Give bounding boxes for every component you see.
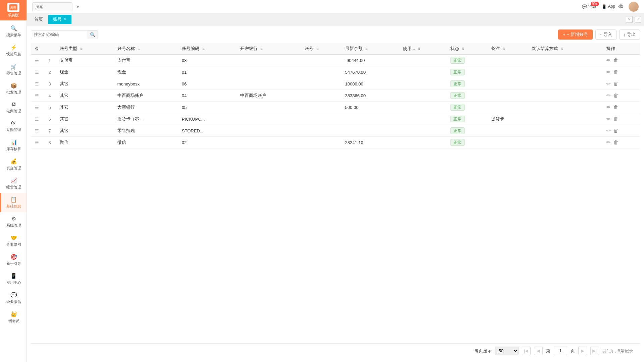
sidebar-item-retail-mgmt[interactable]: 🛒 零售管理: [0, 60, 26, 79]
edit-icon-1[interactable]: ✏: [606, 69, 611, 75]
page-suffix: 页: [571, 348, 575, 354]
account-search-button[interactable]: 🔍: [87, 31, 98, 39]
delete-icon-6[interactable]: 🗑: [613, 128, 619, 134]
next-page-button[interactable]: ▶: [578, 347, 587, 355]
col-account-no[interactable]: 账号 ⇅: [301, 43, 342, 55]
col-gear[interactable]: ⚙: [31, 43, 43, 55]
col-status[interactable]: 状态 ⇅: [447, 43, 488, 55]
header-right: 💬 消息 99+ 📱 App下载: [582, 2, 639, 12]
row-usage-4: [399, 102, 447, 113]
row-account-code-2: 06: [178, 78, 237, 90]
toolbar-right: + + 新增账号 ↑ 导入 ↓ 导出: [558, 29, 640, 40]
row-open-bank-3: 中百商场账户: [237, 90, 301, 102]
window-close-btn[interactable]: ✕: [626, 16, 633, 23]
delete-icon-0[interactable]: 🗑: [613, 57, 619, 63]
delete-icon-3[interactable]: 🗑: [613, 93, 619, 99]
window-maximize-btn[interactable]: ⤢: [635, 16, 641, 23]
sidebar-item-member[interactable]: 👑 畅会员: [0, 308, 26, 327]
row-action-4: ✏ 🗑: [603, 102, 640, 113]
row-usage-5: [399, 113, 447, 125]
col-default-settlement[interactable]: 默认结算方式 ⇅: [528, 43, 603, 55]
sidebar-item-quick-nav[interactable]: ⚡ 快捷导航: [0, 41, 26, 60]
sidebar-item-sys-mgmt[interactable]: ⚙ 系统管理: [0, 212, 26, 231]
edit-icon-3[interactable]: ✏: [606, 93, 611, 99]
row-gear-7[interactable]: ☰: [31, 137, 43, 148]
tab-account[interactable]: 账号 ✕: [48, 15, 71, 24]
page-size-select[interactable]: 50 10 20 100: [495, 347, 519, 355]
edit-icon-6[interactable]: ✏: [606, 128, 611, 134]
sort-account-type-icon: ⇅: [80, 47, 83, 51]
sidebar-item-finance-mgmt[interactable]: 💰 资金管理: [0, 155, 26, 174]
tab-account-close[interactable]: ✕: [64, 17, 67, 21]
status-badge-1: 正常: [450, 69, 465, 75]
prev-page-button[interactable]: ◀: [534, 347, 543, 355]
app-download-button[interactable]: 📱 App下载: [602, 4, 623, 9]
sys-icon: ⚙: [11, 216, 16, 222]
sidebar-item-purchase-mgmt[interactable]: 🛍 采购管理: [0, 117, 26, 136]
col-account-name[interactable]: 账号名称 ⇅: [114, 43, 178, 55]
sidebar-item-new-guide[interactable]: 🎯 新手引导: [0, 250, 26, 269]
edit-icon-5[interactable]: ✏: [606, 116, 611, 122]
col-latest-balance[interactable]: 最新余额 ⇅: [342, 43, 399, 55]
row-remark-3: [488, 90, 528, 102]
edit-icon-0[interactable]: ✏: [606, 57, 611, 63]
sidebar-item-enterprise-agreement[interactable]: 🤝 企业协同: [0, 231, 26, 250]
edit-icon-7[interactable]: ✏: [606, 139, 611, 145]
delete-icon-4[interactable]: 🗑: [613, 104, 619, 110]
sidebar-item-ops-mgmt[interactable]: 📈 经营管理: [0, 174, 26, 193]
col-open-bank[interactable]: 开户银行 ⇅: [237, 43, 301, 55]
col-account-code[interactable]: 账号编码 ⇅: [178, 43, 237, 55]
sidebar-item-app-center[interactable]: 📱 应用中心: [0, 269, 26, 289]
top-search-input[interactable]: [32, 2, 72, 11]
delete-icon-7[interactable]: 🗑: [613, 139, 619, 145]
delete-icon-1[interactable]: 🗑: [613, 69, 619, 75]
export-button[interactable]: ↓ 导出: [619, 29, 640, 40]
user-avatar[interactable]: [629, 2, 639, 12]
row-gear-3[interactable]: ☰: [31, 90, 43, 102]
sidebar-nav: 🔍 搜索菜单 ⚡ 快捷导航 🛒 零售管理 📦 批发管理 🖥 电商管理 🛍 采购管…: [0, 20, 26, 362]
sidebar: 乐惠 乐惠版 🔍 搜索菜单 ⚡ 快捷导航 🛒 零售管理 📦 批发管理 🖥 电商管…: [0, 0, 27, 362]
sort-account-no-icon: ⇅: [316, 47, 319, 51]
col-usage[interactable]: 使用... ⇅: [399, 43, 447, 55]
row-gear-6[interactable]: ☰: [31, 125, 43, 137]
row-gear-5[interactable]: ☰: [31, 113, 43, 125]
row-gear-1[interactable]: ☰: [31, 66, 43, 78]
edit-icon-4[interactable]: ✏: [606, 104, 611, 110]
message-button[interactable]: 💬 消息 99+: [582, 4, 596, 9]
row-balance-4: 500.00: [342, 102, 399, 113]
first-page-button[interactable]: |◀: [522, 347, 531, 355]
delete-icon-5[interactable]: 🗑: [613, 116, 619, 122]
row-gear-0[interactable]: ☰: [31, 55, 43, 66]
row-settlement-6: [528, 125, 603, 137]
row-gear-4[interactable]: ☰: [31, 102, 43, 113]
account-search-input[interactable]: [31, 31, 87, 39]
col-account-type[interactable]: 账号类型 ⇅: [56, 43, 114, 55]
delete-icon-2[interactable]: 🗑: [613, 81, 619, 87]
logo-icon: 乐惠: [7, 3, 19, 12]
sidebar-item-inventory-check[interactable]: 📊 库存核算: [0, 136, 26, 155]
status-badge-3: 正常: [450, 92, 465, 99]
table-row: ☰ 5 其它 大新银行 05 500.00 正常 ✏ 🗑: [31, 102, 640, 113]
edit-icon-2[interactable]: ✏: [606, 81, 611, 87]
sidebar-item-wholesale-mgmt[interactable]: 📦 批发管理: [0, 79, 26, 98]
sidebar-item-ecom-mgmt[interactable]: 🖥 电商管理: [0, 98, 26, 117]
tab-home[interactable]: 首页: [30, 15, 48, 24]
row-account-no-2: [301, 78, 342, 90]
row-gear-2[interactable]: ☰: [31, 78, 43, 90]
header-dropdown-icon[interactable]: ▾: [76, 3, 79, 10]
sidebar-item-enterprise-wechat[interactable]: 💬 企业微信: [0, 289, 26, 308]
col-remark[interactable]: 备注 ⇅: [488, 43, 528, 55]
add-account-button[interactable]: + + 新增账号: [558, 29, 593, 40]
sidebar-item-basic-info[interactable]: 📋 基础信息: [0, 193, 26, 212]
search-menu-icon: 🔍: [10, 25, 17, 32]
row-status-4: 正常: [447, 102, 488, 113]
page-number-input[interactable]: [554, 347, 567, 355]
import-button[interactable]: ↑ 导入: [595, 29, 616, 40]
row-num-2: 3: [43, 78, 56, 90]
last-page-button[interactable]: ▶|: [590, 347, 599, 355]
app-download-icon: 📱: [602, 4, 607, 9]
row-account-name-0: 支付宝: [114, 55, 178, 66]
row-account-name-4: 大新银行: [114, 102, 178, 113]
message-badge: 99+: [591, 2, 599, 6]
sidebar-item-search-menu[interactable]: 🔍 搜索菜单: [0, 22, 26, 41]
